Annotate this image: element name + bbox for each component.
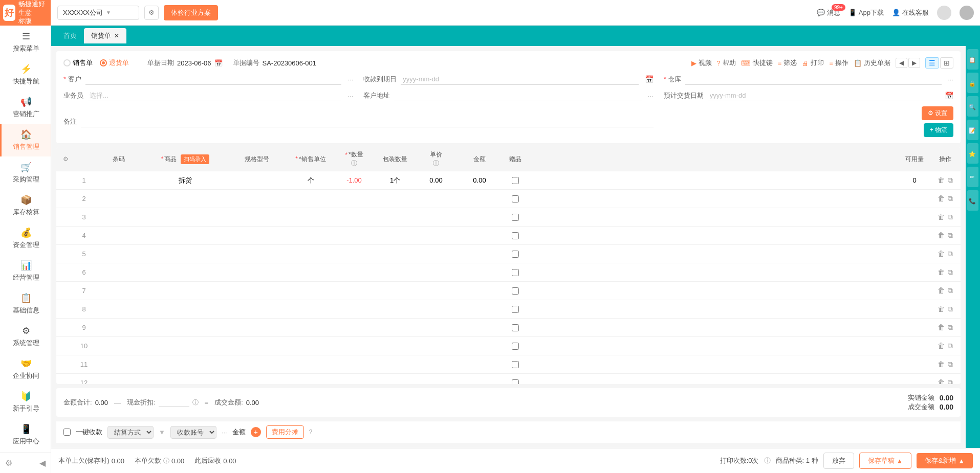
row-price-12[interactable] [416, 377, 456, 384]
sidebar-item-inventory[interactable]: 📦库存核算 [0, 189, 51, 222]
copy-icon-5[interactable]: ⧉ [948, 250, 953, 258]
expense-split-button[interactable]: 费用分摊 [266, 425, 304, 439]
prev-btn[interactable]: ◀ [896, 58, 907, 68]
delete-icon-2[interactable]: 🗑 [938, 194, 945, 203]
row-barcode-8[interactable] [93, 303, 144, 315]
col-settings-icon[interactable]: ⚙ [56, 155, 75, 163]
row-remark-10[interactable] [528, 340, 899, 352]
row-product-4[interactable] [144, 230, 226, 241]
row-product-5[interactable] [144, 248, 226, 260]
row-unit-9[interactable] [288, 322, 334, 333]
delete-icon-11[interactable]: 🗑 [938, 360, 945, 369]
row-price-4[interactable] [416, 230, 456, 241]
sidebar-item-operations[interactable]: 📊经营管理 [0, 255, 51, 287]
row-qty-2[interactable] [334, 197, 375, 201]
row-price-1[interactable] [416, 174, 456, 186]
row-qty-9[interactable] [334, 326, 375, 330]
salesperson-input[interactable] [88, 90, 341, 101]
row-barcode-4[interactable] [93, 230, 144, 241]
due-date-input[interactable] [401, 74, 638, 85]
row-unit-7[interactable] [288, 285, 334, 297]
right-panel-btn-0[interactable]: 📋 [967, 49, 978, 70]
row-qty-10[interactable] [334, 344, 375, 348]
row-remark-8[interactable] [528, 303, 899, 315]
row-product-1[interactable] [144, 174, 226, 187]
right-panel-btn-6[interactable]: 📞 [967, 190, 978, 211]
row-spec-1[interactable] [226, 174, 288, 186]
row-pkgqty-7[interactable] [375, 285, 416, 297]
row-price-3[interactable] [416, 211, 456, 223]
right-panel-btn-2[interactable]: 🔍 [967, 96, 978, 117]
row-remark-1[interactable] [528, 174, 899, 186]
row-unit-8[interactable] [288, 303, 334, 315]
row-price-2[interactable] [416, 193, 456, 205]
row-unit-1[interactable] [288, 174, 334, 187]
right-panel-btn-4[interactable]: ⭐ [967, 143, 978, 164]
row-product-10[interactable] [144, 340, 226, 352]
row-unit-5[interactable] [288, 248, 334, 260]
row-pkgqty-9[interactable] [375, 322, 416, 333]
row-spec-12[interactable] [226, 377, 288, 384]
copy-icon-7[interactable]: ⧉ [948, 286, 953, 295]
row-pkgqty-2[interactable] [375, 193, 416, 205]
history-btn[interactable]: 📋 历史单据 [854, 58, 890, 67]
row-remark-6[interactable] [528, 266, 899, 278]
row-qty-6[interactable] [334, 271, 375, 275]
row-qty-3[interactable] [334, 215, 375, 219]
customer-dots-icon[interactable]: ··· [347, 76, 353, 83]
customer-input[interactable] [85, 74, 342, 85]
list-view-btn[interactable]: ☰ [925, 57, 939, 69]
sidebar-item-guide[interactable]: 🔰新手引导 [0, 386, 51, 418]
row-price-6[interactable] [416, 266, 456, 278]
delete-icon-3[interactable]: 🗑 [938, 213, 945, 221]
row-spec-2[interactable] [226, 193, 288, 205]
row-pkgqty-4[interactable] [375, 230, 416, 241]
row-unit-2[interactable] [288, 193, 334, 205]
trial-button[interactable]: 体验行业方案 [164, 5, 218, 20]
delete-icon-7[interactable]: 🗑 [938, 286, 945, 295]
row-remark-12[interactable] [528, 377, 899, 384]
sidebar-item-sales[interactable]: 🏠销售管理 [0, 124, 51, 156]
row-barcode-5[interactable] [93, 248, 144, 260]
video-btn[interactable]: ▶ 视频 [691, 58, 712, 67]
row-product-6[interactable] [144, 266, 226, 278]
copy-icon-10[interactable]: ⧉ [948, 342, 953, 350]
sidebar-item-finance[interactable]: 💰资金管理 [0, 222, 51, 255]
discount-info-icon[interactable]: ⓘ [192, 398, 199, 407]
sidebar-item-system[interactable]: ⚙系统管理 [0, 320, 51, 353]
row-barcode-9[interactable] [93, 322, 144, 333]
row-qty-8[interactable] [334, 307, 375, 311]
copy-icon-9[interactable]: ⧉ [948, 323, 953, 332]
warehouse-dots-icon[interactable]: ··· [948, 76, 953, 83]
method-select[interactable]: 结算方式 [107, 426, 154, 439]
app-download-button[interactable]: 📱 App下载 [848, 8, 884, 17]
row-pkgqty-1[interactable] [375, 174, 416, 187]
message-button[interactable]: 💬 消息 99+ [817, 8, 840, 17]
row-gift-12[interactable] [503, 377, 528, 385]
add-payment-button[interactable]: + [251, 427, 261, 437]
row-gift-11[interactable] [503, 359, 528, 370]
copy-icon-3[interactable]: ⧉ [948, 213, 953, 221]
right-panel-btn-5[interactable]: ✏ [967, 167, 978, 187]
row-price-10[interactable] [416, 340, 456, 352]
print-btn[interactable]: 🖨 打印 [802, 58, 824, 67]
tab-sale[interactable]: 销货单✕ [84, 28, 126, 43]
row-price-5[interactable] [416, 248, 456, 260]
customer-addr-dots-icon[interactable]: ··· [648, 92, 654, 100]
save-new-button[interactable]: 保存&新增 ▲ [917, 453, 973, 468]
row-remark-7[interactable] [528, 285, 899, 297]
copy-icon-8[interactable]: ⧉ [948, 305, 953, 313]
row-barcode-7[interactable] [93, 285, 144, 297]
row-product-3[interactable] [144, 211, 226, 223]
row-unit-12[interactable] [288, 377, 334, 384]
copy-icon-2[interactable]: ⧉ [948, 194, 953, 203]
row-product-2[interactable] [144, 193, 226, 205]
row-unit-10[interactable] [288, 340, 334, 352]
row-remark-4[interactable] [528, 230, 899, 241]
row-pkgqty-6[interactable] [375, 266, 416, 278]
row-spec-5[interactable] [226, 248, 288, 260]
price-info-icon[interactable]: ⓘ [433, 160, 439, 167]
row-spec-9[interactable] [226, 322, 288, 333]
row-remark-3[interactable] [528, 211, 899, 223]
discount-input[interactable] [159, 398, 189, 407]
